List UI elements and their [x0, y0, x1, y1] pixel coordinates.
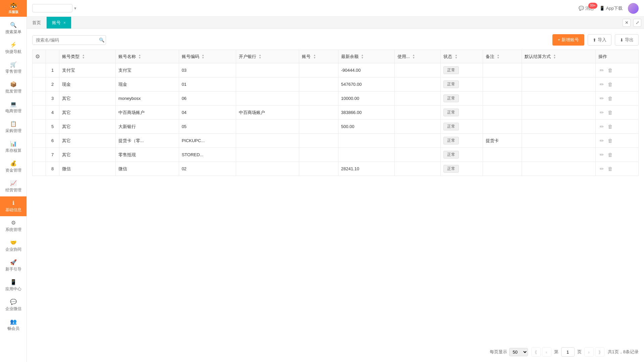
- delete-button-0[interactable]: 🗑: [606, 67, 614, 74]
- sidebar-item-finance[interactable]: 💰资金管理: [0, 157, 26, 177]
- tab-home[interactable]: 首页: [27, 17, 47, 28]
- sidebar-item-inventory[interactable]: 📊库存核算: [0, 137, 26, 157]
- edit-button-6[interactable]: ✏: [598, 151, 605, 159]
- row-code-4: 05: [179, 120, 236, 134]
- page-last-button[interactable]: ⟫: [595, 347, 604, 357]
- edit-button-5[interactable]: ✏: [598, 137, 605, 144]
- page-label: 第: [554, 349, 558, 355]
- col-name[interactable]: 账号名称 ▲▼: [115, 50, 179, 63]
- edit-button-4[interactable]: ✏: [598, 123, 605, 130]
- delete-button-4[interactable]: 🗑: [606, 123, 614, 130]
- export-button[interactable]: ⬇ 导出: [615, 34, 639, 46]
- col-usage[interactable]: 使用... ▲▼: [394, 50, 441, 63]
- row-status-3: 正常: [441, 106, 483, 120]
- row-index-1: 2: [46, 77, 59, 92]
- sidebar-label-purchase: 采购管理: [5, 128, 21, 134]
- app-sub: 乐服版: [8, 10, 18, 14]
- sort-balance-icon: ▲▼: [361, 54, 364, 59]
- member-icon: 👥: [10, 318, 17, 325]
- sidebar-item-ecommerce[interactable]: 💻电商管理: [0, 98, 26, 117]
- col-remark[interactable]: 备注 ▲▼: [483, 50, 522, 63]
- sidebar-item-shortcut[interactable]: ⚡快捷导航: [0, 38, 26, 58]
- col-balance[interactable]: 最新余额 ▲▼: [338, 50, 394, 63]
- page-input[interactable]: [561, 347, 575, 357]
- row-remark-7: [483, 162, 522, 176]
- page-first-button[interactable]: ⟪: [531, 347, 541, 357]
- col-index: [46, 50, 59, 63]
- row-index-2: 3: [46, 92, 59, 106]
- col-account[interactable]: 账号 ▲▼: [299, 50, 338, 63]
- tab-account[interactable]: 账号 ×: [47, 17, 71, 28]
- sidebar-item-purchase[interactable]: 📋采购管理: [0, 117, 26, 137]
- row-name-5: 提货卡（零...: [115, 134, 179, 148]
- delete-button-1[interactable]: 🗑: [606, 81, 614, 88]
- page-next-button[interactable]: ›: [584, 347, 594, 357]
- edit-button-3[interactable]: ✏: [598, 109, 605, 116]
- user-avatar[interactable]: [628, 3, 639, 14]
- col-status[interactable]: 状态 ▲▼: [441, 50, 483, 63]
- search-input[interactable]: [33, 36, 96, 45]
- per-page-label: 每页显示: [490, 349, 507, 355]
- row-index-7: 8: [46, 162, 59, 176]
- row-balance-7: 28241.10: [338, 162, 394, 176]
- per-page-select[interactable]: 50 10 20 100: [509, 348, 528, 356]
- delete-button-6[interactable]: 🗑: [606, 151, 614, 158]
- tab-fullscreen-button[interactable]: ⤢: [633, 19, 641, 27]
- delete-button-5[interactable]: 🗑: [606, 137, 614, 144]
- topbar-dropdown-icon[interactable]: ▾: [74, 6, 76, 11]
- sidebar-item-operations[interactable]: 📈经营管理: [0, 177, 26, 196]
- sidebar-item-enterprise[interactable]: 🤝企业协同: [0, 236, 26, 256]
- message-button[interactable]: 💬 消息 99+: [579, 5, 594, 11]
- row-code-6: STORED...: [179, 148, 236, 162]
- row-bank-1: [236, 77, 299, 92]
- tab-account-close[interactable]: ×: [63, 20, 66, 25]
- sidebar-item-retail[interactable]: 🛒零售管理: [0, 58, 26, 78]
- sidebar-item-system[interactable]: ⚙系统管理: [0, 216, 26, 236]
- row-bank-6: [236, 148, 299, 162]
- row-name-6: 零售抵现: [115, 148, 179, 162]
- sidebar-item-guide[interactable]: 🚀新手引导: [0, 256, 26, 276]
- status-badge-6: 正常: [443, 151, 459, 159]
- edit-button-0[interactable]: ✏: [598, 67, 605, 74]
- wholesale-icon: 📦: [10, 81, 17, 87]
- sidebar-item-apps[interactable]: 📱应用中心: [0, 276, 26, 295]
- edit-button-2[interactable]: ✏: [598, 95, 605, 102]
- row-code-1: 01: [179, 77, 236, 92]
- sidebar-item-search[interactable]: 🔍搜索菜单: [0, 18, 26, 38]
- col-balance-label: 最新余额: [341, 54, 359, 59]
- sidebar-label-search: 搜索菜单: [5, 29, 21, 35]
- content-area: 🔍 + 新增账号 ⬆ 导入 ⬇ 导出 ⚙: [27, 29, 644, 362]
- row-settlement-3: [522, 106, 595, 120]
- col-settlement[interactable]: 默认结算方式 ▲▼: [522, 50, 595, 63]
- edit-button-7[interactable]: ✏: [598, 165, 605, 173]
- row-name-0: 支付宝: [115, 63, 179, 77]
- col-settlement-label: 默认结算方式: [525, 54, 551, 59]
- row-status-7: 正常: [441, 162, 483, 176]
- edit-button-1[interactable]: ✏: [598, 81, 605, 88]
- delete-button-2[interactable]: 🗑: [606, 95, 614, 102]
- topbar-search-input[interactable]: [32, 4, 72, 12]
- row-usage-5: [394, 134, 441, 148]
- col-bank[interactable]: 开户银行 ▲▼: [236, 50, 299, 63]
- search-button[interactable]: 🔍: [96, 36, 106, 45]
- col-gear[interactable]: ⚙: [33, 50, 46, 63]
- gear-icon[interactable]: ⚙: [35, 54, 40, 59]
- add-account-button[interactable]: + 新增账号: [552, 34, 584, 46]
- sidebar-nav: 🔍搜索菜单⚡快捷导航🛒零售管理📦批发管理💻电商管理📋采购管理📊库存核算💰资金管理…: [0, 17, 26, 362]
- delete-button-3[interactable]: 🗑: [606, 109, 614, 116]
- sidebar-item-member[interactable]: 👥畅会员: [0, 315, 26, 335]
- row-account-4: [299, 120, 338, 134]
- app-download-button[interactable]: 📱 App下载: [599, 5, 623, 11]
- sidebar-item-wholesale[interactable]: 📦批发管理: [0, 78, 26, 98]
- page-prev-button[interactable]: ‹: [542, 347, 551, 357]
- status-badge-5: 正常: [443, 137, 459, 144]
- col-remark-label: 备注: [486, 54, 494, 59]
- col-type[interactable]: 账号类型 ▲▼: [59, 50, 116, 63]
- sort-remark-icon: ▲▼: [497, 54, 499, 59]
- sidebar-item-basic[interactable]: ℹ基础信息: [0, 196, 26, 216]
- tab-close-all-button[interactable]: ✕: [623, 19, 631, 27]
- col-code[interactable]: 账号编码 ▲▼: [179, 50, 236, 63]
- sidebar-item-wechat[interactable]: 💬企业微信: [0, 295, 26, 315]
- import-button[interactable]: ⬆ 导入: [588, 34, 611, 46]
- delete-button-7[interactable]: 🗑: [606, 165, 614, 172]
